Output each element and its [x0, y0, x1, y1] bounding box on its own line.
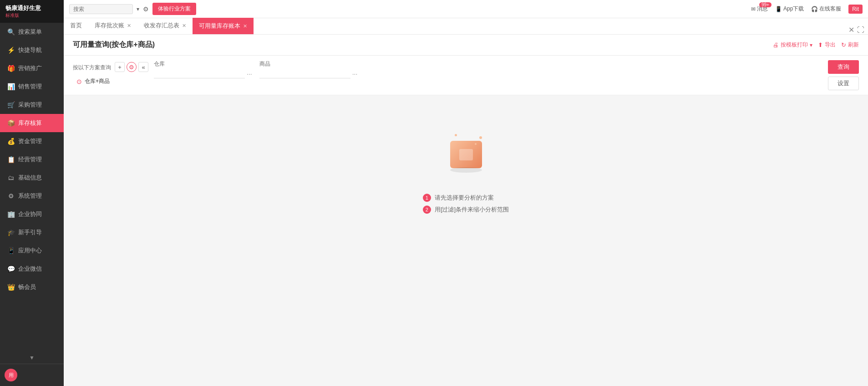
product-field: 商品 ··· [259, 60, 358, 78]
sidebar-item-search[interactable]: 🔍 搜索菜单 [0, 23, 64, 41]
hint-num-1: 1 [423, 194, 431, 202]
query-btn[interactable]: 查询 [828, 60, 859, 74]
sidebar-label-system: 系统管理 [18, 192, 42, 200]
app-download-label: App下载 [783, 5, 804, 13]
tab-home[interactable]: 首页 [64, 18, 88, 34]
sidebar-label-onboarding: 新手引导 [18, 228, 42, 237]
tabs-bar: 首页 库存批次账 ✕ 收发存汇总表 ✕ 可用量库存账本 ✕ ✕ ⛶ [64, 18, 868, 35]
page-header-actions: 🖨 按模板打印 ▾ ⬆ 导出 ↻ 刷新 [773, 41, 859, 49]
sidebar-item-onboarding[interactable]: 🎓 新手引导 [0, 223, 64, 242]
sidebar-item-marketing[interactable]: 🎁 营销推广 [0, 59, 64, 77]
edit-scheme-btn[interactable]: ⚙ [127, 62, 137, 72]
close-tab-icon[interactable]: ✕ [848, 26, 854, 34]
sidebar-item-app-center[interactable]: 📱 应用中心 [0, 242, 64, 260]
message-badge: 99+ [759, 2, 772, 7]
tab-home-label: 首页 [70, 21, 82, 30]
sidebar-item-member[interactable]: 👑 畅会员 [0, 278, 64, 296]
sales-icon: 📊 [7, 83, 15, 90]
sidebar-item-purchase[interactable]: 🛒 采购管理 [0, 96, 64, 114]
tab-batch-account-label: 库存批次账 [95, 21, 124, 30]
sidebar-label-sales: 销售管理 [18, 82, 42, 91]
sidebar-label-member: 畅会员 [18, 283, 36, 291]
app-download-btn[interactable]: 📱 App下载 [775, 5, 804, 13]
marketing-icon: 🎁 [7, 65, 15, 72]
sidebar-nav: 🔍 搜索菜单 ⚡ 快捷导航 🎁 营销推广 📊 销售管理 🛒 采购管理 📦 库存核… [0, 23, 64, 352]
topbar-right: ✉ 消息 99+ 📱 App下载 🎧 在线客服 Rit [751, 5, 863, 14]
tab-receipt-summary[interactable]: 收发存汇总表 ✕ [137, 18, 193, 34]
warehouse-more-btn[interactable]: ··· [247, 70, 252, 77]
sidebar-label-enterprise: 企业协同 [18, 210, 42, 218]
page-title: 可用量查询(按仓库+商品) [73, 40, 155, 50]
tabs-right-actions: ✕ ⛶ [848, 26, 868, 34]
user-name[interactable]: Rit [848, 5, 863, 14]
gear-icon[interactable]: ⚙ [143, 5, 149, 13]
settings-btn[interactable]: 设置 [828, 77, 859, 90]
app-edition: 标准版 [5, 12, 58, 18]
add-scheme-btn[interactable]: + [115, 62, 125, 72]
sidebar-user[interactable]: 用 [0, 364, 64, 386]
refresh-icon: ↻ [841, 41, 846, 48]
print-action[interactable]: 🖨 按模板打印 ▾ [773, 41, 812, 49]
scheme-item-warehouse-product[interactable]: ⊙ 仓库+商品 [73, 76, 148, 87]
warehouse-field: 仓库 ··· [154, 60, 252, 78]
search-icon: 🔍 [7, 28, 15, 36]
warehouse-label: 仓库 [154, 60, 252, 68]
search-input[interactable] [69, 4, 133, 14]
enterprise-icon: 🏢 [7, 211, 15, 218]
sidebar-label-operations: 经营管理 [18, 155, 42, 164]
sidebar-label-purchase: 采购管理 [18, 101, 42, 109]
empty-hints: 1 请先选择要分析的方案 2 用[过滤]条件来缩小分析范围 [423, 194, 509, 214]
tab-available-qty-label: 可用量库存账本 [199, 22, 240, 30]
empty-state: 1 请先选择要分析的方案 2 用[过滤]条件来缩小分析范围 [64, 95, 868, 250]
sidebar-scroll-down[interactable]: ▼ [0, 352, 64, 364]
app-name: 畅康通好生意 [5, 5, 58, 12]
industry-btn[interactable]: 体验行业方案 [152, 3, 196, 15]
scheme-label: 按以下方案查询 [73, 61, 111, 72]
sidebar-label-quick-nav: 快捷导航 [18, 46, 42, 54]
refresh-action[interactable]: ↻ 刷新 [841, 41, 859, 49]
print-label: 按模板打印 [781, 41, 808, 49]
chevron-down-icon: ▼ [29, 355, 35, 361]
online-support-btn[interactable]: 🎧 在线客服 [811, 5, 841, 13]
sidebar-item-quick-nav[interactable]: ⚡ 快捷导航 [0, 41, 64, 59]
sidebar-header: 畅康通好生意 标准版 [0, 0, 64, 23]
system-icon: ⚙ [7, 192, 15, 200]
sidebar: 畅康通好生意 标准版 🔍 搜索菜单 ⚡ 快捷导航 🎁 营销推广 📊 销售管理 🛒… [0, 0, 64, 386]
sidebar-item-enterprise[interactable]: 🏢 企业协同 [0, 205, 64, 223]
sidebar-label-basic-info: 基础信息 [18, 174, 42, 182]
expand-tab-icon[interactable]: ⛶ [857, 26, 864, 34]
sidebar-item-basic-info[interactable]: 🗂 基础信息 [0, 169, 64, 187]
warehouse-input[interactable] [154, 69, 245, 78]
dropdown-icon[interactable]: ▾ [137, 6, 139, 12]
tab-batch-account-close[interactable]: ✕ [127, 23, 131, 29]
inventory-icon: 📦 [7, 119, 15, 127]
hint-text-2: 用[过滤]条件来缩小分析范围 [435, 206, 509, 214]
collapse-scheme-btn[interactable]: « [138, 62, 148, 72]
sidebar-item-system[interactable]: ⚙ 系统管理 [0, 187, 64, 205]
wechat-icon: 💬 [7, 265, 15, 273]
warehouse-input-group: ··· [154, 69, 252, 78]
sidebar-item-sales[interactable]: 📊 销售管理 [0, 77, 64, 96]
sidebar-item-operations[interactable]: 📋 经营管理 [0, 150, 64, 169]
page-content: 可用量查询(按仓库+商品) 🖨 按模板打印 ▾ ⬆ 导出 ↻ 刷新 [64, 35, 868, 386]
page-header: 可用量查询(按仓库+商品) 🖨 按模板打印 ▾ ⬆ 导出 ↻ 刷新 [64, 35, 868, 56]
quick-nav-icon: ⚡ [7, 46, 15, 54]
avatar: 用 [5, 369, 17, 381]
print-dropdown-icon[interactable]: ▾ [810, 42, 812, 48]
tab-batch-account[interactable]: 库存批次账 ✕ [88, 18, 137, 34]
product-input[interactable] [259, 69, 350, 78]
product-input-group: ··· [259, 69, 358, 78]
sidebar-item-inventory[interactable]: 📦 库存核算 [0, 114, 64, 132]
tab-available-qty[interactable]: 可用量库存账本 ✕ [193, 18, 254, 34]
sidebar-item-finance[interactable]: 💰 资金管理 [0, 132, 64, 150]
tab-available-qty-close[interactable]: ✕ [243, 23, 247, 29]
export-action[interactable]: ⬆ 导出 [818, 41, 836, 49]
product-more-btn[interactable]: ··· [352, 70, 358, 77]
hint-text-1: 请先选择要分析的方案 [435, 194, 494, 202]
sidebar-item-wechat[interactable]: 💬 企业微信 [0, 260, 64, 278]
message-btn[interactable]: ✉ 消息 99+ [751, 5, 768, 13]
tab-receipt-summary-close[interactable]: ✕ [182, 23, 186, 29]
onboarding-icon: 🎓 [7, 229, 15, 236]
empty-illustration [439, 132, 493, 186]
empty-hint-1: 1 请先选择要分析的方案 [423, 194, 509, 202]
